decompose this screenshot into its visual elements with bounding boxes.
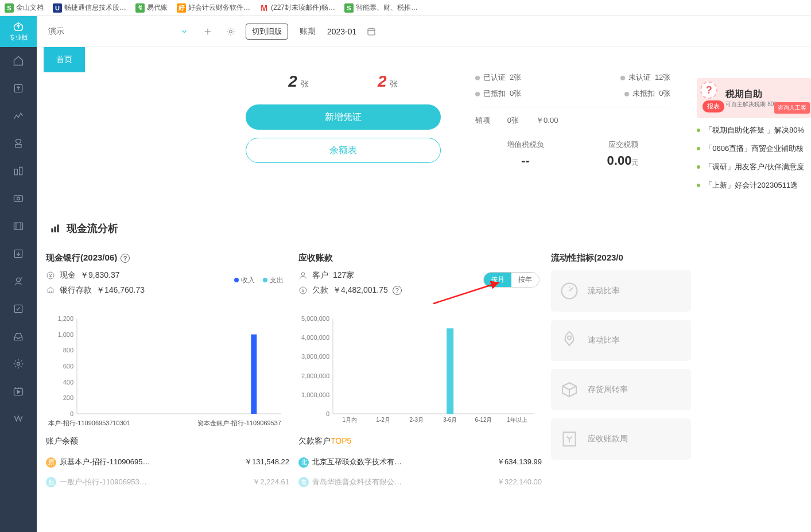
bookmark-item[interactable]: S智能票、财、税推… <box>344 3 418 13</box>
toggle-month[interactable]: 按月 <box>484 273 511 287</box>
svg-text:1年以上: 1年以上 <box>507 417 527 423</box>
help-icon[interactable]: ? <box>121 254 130 263</box>
sidebar-logo[interactable]: 专业版 <box>0 16 37 47</box>
period-label: 账期 <box>300 26 316 37</box>
account-item[interactable]: 般一般户-招行-110906953… ￥2,224.61 <box>46 472 289 492</box>
liq-ar-turnover[interactable]: 应收账款周 <box>551 418 691 460</box>
sidebar-item-archive[interactable] <box>0 240 37 267</box>
news-item[interactable]: 「上新」好会计20230511迭 <box>697 180 811 191</box>
account-name: 演示 <box>48 26 64 37</box>
svg-rect-2 <box>20 167 22 174</box>
tab-home[interactable]: 首页 <box>44 47 85 72</box>
sidebar-item-check[interactable] <box>0 295 37 323</box>
sidebar-item-vip[interactable] <box>0 405 37 433</box>
top5-title: 欠款客户TOP5 <box>298 436 542 446</box>
news-item[interactable]: 「税期自助化答疑 」解决80% <box>697 125 811 135</box>
news-list: 「税期自助化答疑 」解决80% 「0606直播」商贸企业辅助核 「调研」用友客户… <box>697 125 811 191</box>
settings-button[interactable] <box>223 24 239 40</box>
svg-text:2-3月: 2-3月 <box>410 417 424 423</box>
news-promo-banner[interactable]: ? 税期自助 可自主解决税期 80% 报表 咨询人工客 <box>697 78 811 118</box>
voucher-count-pending: 2 张 <box>378 72 398 91</box>
period-toggle: 按月 按年 <box>483 272 540 288</box>
bank-icon <box>46 286 55 295</box>
ar-card: 应收账款 客户 127家 欠款 ￥4,482,001.75 ? 按月 <box>298 243 551 501</box>
toggle-year[interactable]: 按年 <box>511 273 539 287</box>
svg-text:1,200: 1,200 <box>57 315 73 322</box>
balance-sheet-button[interactable]: 余额表 <box>246 138 441 163</box>
account-select[interactable]: 演示 <box>44 21 193 42</box>
browser-bookmarks-bar: S金山文档 U畅捷通信息技术股… ↯易代账 好好会计云财务软件… M(227封未… <box>0 0 811 16</box>
customer-item[interactable]: 北北京互帮联众数字技术有… ￥634,139.99 <box>298 452 542 472</box>
help-icon[interactable]: ? <box>393 286 402 295</box>
svg-text:800: 800 <box>63 347 73 354</box>
bookmark-item[interactable]: S金山文档 <box>5 3 44 13</box>
bar-chart-icon <box>49 223 61 234</box>
svg-text:2,000,000: 2,000,000 <box>301 372 329 379</box>
svg-point-7 <box>17 278 21 282</box>
promo-consult-button[interactable]: 咨询人工客 <box>774 102 810 114</box>
sidebar-item-report[interactable] <box>0 102 37 130</box>
svg-text:3,000,000: 3,000,000 <box>301 353 329 360</box>
sidebar-item-invoice[interactable] <box>0 212 37 240</box>
liq-inventory-turnover[interactable]: 存货周转率 <box>551 369 691 410</box>
svg-text:600: 600 <box>63 363 73 370</box>
content-area: 2 张 2 张 新增凭证 余额表 已认证 2张 <box>37 72 811 532</box>
svg-rect-13 <box>51 228 53 232</box>
chevron-down-icon <box>180 28 188 36</box>
liq-quick-ratio[interactable]: 速动比率 <box>551 320 691 361</box>
sidebar-item-voucher[interactable] <box>0 75 37 102</box>
gauge-icon <box>559 281 580 301</box>
switch-old-version-button[interactable]: 切到旧版 <box>246 24 288 40</box>
svg-text:6-12月: 6-12月 <box>475 417 492 423</box>
svg-text:1月内: 1月内 <box>342 417 357 423</box>
cash-bank-card: 现金银行(2023/06) ? 现金 ￥9,830.37 银行存款 ￥146,7… <box>46 243 298 501</box>
sidebar-item-inbox[interactable] <box>0 323 37 350</box>
add-button[interactable] <box>200 24 216 40</box>
svg-text:200: 200 <box>63 394 73 401</box>
bookmark-item[interactable]: ↯易代账 <box>135 3 168 13</box>
bookmark-item[interactable]: U畅捷通信息技术股… <box>53 3 126 13</box>
news-item[interactable]: 「调研」用友客户/伙伴满意度 <box>697 162 811 172</box>
cash-icon <box>46 271 55 280</box>
receipt-icon <box>559 429 580 449</box>
account-balance-title: 账户余额 <box>46 436 289 446</box>
svg-point-29 <box>301 273 304 275</box>
svg-rect-15 <box>57 224 59 232</box>
account-item[interactable]: 原原基本户-招行-11090695… ￥131,548.22 <box>46 452 289 472</box>
customer-item[interactable]: 青青岛华胜普众科技有限公… ￥322,140.00 <box>298 472 542 492</box>
sidebar-item-salary[interactable] <box>0 185 37 212</box>
svg-rect-1 <box>14 169 17 175</box>
svg-text:1-2月: 1-2月 <box>376 417 390 423</box>
news-item[interactable]: 「0606直播」商贸企业辅助核 <box>697 143 811 154</box>
bookmark-item[interactable]: M(227封未读邮件)畅… <box>259 3 335 13</box>
svg-point-11 <box>230 30 232 33</box>
svg-text:400: 400 <box>63 379 73 386</box>
user-icon <box>298 271 308 280</box>
svg-text:1,000: 1,000 <box>57 331 73 338</box>
sidebar-item-funds[interactable] <box>0 130 37 157</box>
voucher-count-all: 2 张 <box>288 72 309 91</box>
svg-text:0: 0 <box>326 410 329 417</box>
liquidity-card: 流动性指标(2023/0 流动比率 速动比率 存货周转率 <box>551 243 700 501</box>
liq-current-ratio[interactable]: 流动比率 <box>551 270 691 312</box>
svg-point-4 <box>17 197 20 200</box>
svg-text:3-6月: 3-6月 <box>443 417 457 423</box>
sidebar-item-tax[interactable] <box>0 267 37 295</box>
new-voucher-button[interactable]: 新增凭证 <box>246 104 441 130</box>
svg-point-48 <box>568 336 571 340</box>
sidebar-item-video[interactable] <box>0 378 37 405</box>
chart-legend: 收入 支出 <box>234 275 284 285</box>
sidebar-item-settings[interactable] <box>0 350 37 378</box>
svg-rect-26 <box>251 335 257 414</box>
bookmark-item[interactable]: 好好会计云财务软件… <box>177 3 250 13</box>
sidebar-item-home[interactable] <box>0 47 37 75</box>
sidebar-item-asset[interactable] <box>0 157 37 185</box>
section-title-cashflow: 现金流分析 <box>37 213 811 243</box>
calendar-button[interactable] <box>363 24 379 40</box>
bank-stat: 银行存款 ￥146,760.73 <box>46 285 289 296</box>
period-value: 2023-01 <box>327 27 356 36</box>
news-card: ? 税期自助 可自主解决税期 80% 报表 咨询人工客 「税期自助化答疑 」解决… <box>691 72 811 204</box>
svg-rect-5 <box>14 223 23 230</box>
box-icon <box>559 379 580 400</box>
svg-point-9 <box>17 363 20 366</box>
